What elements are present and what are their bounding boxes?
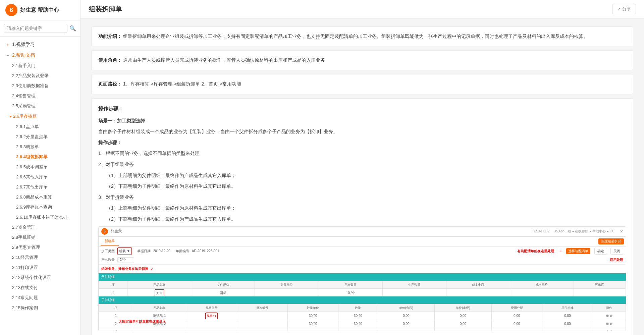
- share-icon: ↗: [617, 7, 621, 12]
- sim-form-row: 加工类型 组装 ▼ 单据日期 2019-12-20 单据编号 AD-201912…: [99, 246, 626, 256]
- col-spec: 父件规格: [191, 281, 255, 288]
- child-table-header-row: 序 产品名称 规格型号 批次编号 计量单位 数量 单价(含税) 单价(未税) 费…: [99, 304, 626, 312]
- ops-steps-title: 操作步骤：: [98, 138, 626, 147]
- sidebar-item-cases[interactable]: 2.15操作案例: [0, 303, 80, 313]
- sidebar-item-partial-stocktake[interactable]: 2.6.2分量盘点单: [0, 132, 80, 142]
- sim-type-label: 加工类型: [101, 248, 115, 254]
- sidebar-item-inventory-error[interactable]: 2.6.10库存账本错了怎么办: [0, 212, 80, 222]
- sidebar-item-other-out[interactable]: 2.6.7其他出库单: [0, 182, 80, 192]
- table-row: 1 关木 国标 10 /个: [99, 288, 626, 295]
- sim-qty-input[interactable]: [117, 257, 134, 263]
- share-label: 分享: [622, 6, 631, 12]
- section-label-1: 1.视频学习: [12, 42, 35, 48]
- col-prod-qty: 生产数量: [382, 281, 446, 288]
- parent-table-header-row: 序 产品名称 父件规格 计量单位 产出数量 生产数量 成本金额 成本单价 可出库: [99, 281, 626, 288]
- search-input[interactable]: [4, 24, 67, 33]
- col-avail: 可出库: [574, 281, 626, 288]
- col-name: 产品名称: [127, 281, 191, 288]
- sidebar-item-online-pay[interactable]: 2.13在线支付: [0, 283, 80, 293]
- cell-cost-price: [510, 288, 574, 295]
- cell-avail: [574, 288, 626, 295]
- sidebar-header: 6 好生意 帮助中心: [0, 0, 80, 20]
- col-unit2: 计量单位: [288, 304, 338, 312]
- label: 2.6库存核算: [13, 113, 37, 119]
- sim-select-assembly-btn[interactable]: 选择装配清单: [566, 248, 590, 254]
- nav-tree: 1.视频学习 − 2.帮助文档 2.1新手入门 2.2产品安装及登录 2.3使用…: [0, 37, 80, 335]
- sidebar-item-coupon[interactable]: 2.9优惠券管理: [0, 242, 80, 253]
- inventory-sub-items: 2.6.1盘点单 2.6.2分量盘点单 2.6.3调拨单 2.6.4组装拆卸单 …: [0, 122, 80, 222]
- sim-icons: ⚙ App下载 ● 在线客服 ● 帮助中心 ● CC: [555, 228, 614, 234]
- label: 2.6.3调拨单: [16, 144, 39, 149]
- share-button[interactable]: ↗ 分享: [612, 4, 636, 14]
- sim-confirm-btn[interactable]: 确定: [594, 248, 607, 255]
- sidebar-item-other-in[interactable]: 2.6.6其他入库单: [0, 172, 80, 182]
- sidebar-item-ops[interactable]: 2.10经营管理: [0, 253, 80, 263]
- sidebar-item-sales[interactable]: 2.4销售管理: [0, 91, 80, 101]
- sidebar-item-transfer[interactable]: 2.6.3调拨单: [0, 142, 80, 152]
- sidebar-item-data-prep[interactable]: 2.3使用前数据准备: [0, 81, 80, 91]
- label: 2.6.10库存账本错了怎么办: [16, 215, 67, 220]
- annotation-assembly-list: 有装配清单的在这里处理: [517, 248, 554, 254]
- role-block: 使用角色： 通常由生产人员或库管人员完成拆装业务的操作，库管人员确认原材料的出库…: [91, 50, 633, 70]
- label: 2.12系统个性化设置: [12, 275, 51, 280]
- cell-unit: [255, 288, 319, 295]
- table-row: 1 测试品 1 规格+1 30/40 30:40 0.00 0.00 0.00: [99, 312, 626, 320]
- func-intro-block: 功能介绍： 组装拆卸单用来处理企业组装或拆卸等加工业务，支持有固定装配清单的产品…: [91, 26, 633, 46]
- sim-date-val: 2019-12-20: [153, 248, 170, 254]
- label: 2.6.4组装拆卸单: [16, 154, 48, 159]
- sim-cancel-btn[interactable]: 关闭: [610, 248, 623, 255]
- ops-title: 操作步骤：: [98, 104, 626, 113]
- sidebar-item-inventory-query[interactable]: 2.6.9库存账本查询: [0, 202, 80, 212]
- sim-number-label: 单据编号: [176, 248, 189, 254]
- sidebar-item-stocktake[interactable]: 2.6.1盘点单: [0, 122, 80, 132]
- arrow-down-2: ↑: [139, 321, 141, 328]
- cell-out-qty: 10 /个: [319, 288, 382, 295]
- sidebar-item-cost-recalc[interactable]: 2.6.8商品成本重算: [0, 192, 80, 202]
- sidebar-item-new-user[interactable]: 2.1新手入门: [0, 61, 80, 71]
- sim-qty-label: 产出数量: [101, 257, 115, 263]
- switch-annotation-row: 组装业务、拆卸业务在这里切换 ↙: [99, 265, 626, 273]
- col-unit: 计量单位: [255, 281, 319, 288]
- cell-spec: 国标: [191, 288, 255, 295]
- label: 2.8手机旺铺: [12, 235, 36, 240]
- path-text: 1、库存核算->库存管理->组装拆卸单 2、首页->常用功能: [123, 81, 241, 87]
- sidebar-item-help-docs[interactable]: − 2.帮助文档: [0, 50, 80, 61]
- sidebar-item-purchase[interactable]: 2.5采购管理: [0, 101, 80, 111]
- search-bar: 🔍: [0, 20, 80, 37]
- label: 2.6.9库存账本查询: [16, 205, 52, 210]
- label: 2.5采购管理: [12, 103, 36, 108]
- sidebar-item-mobile[interactable]: 2.8手机旺铺: [0, 232, 80, 242]
- step1: 1、根据不同的业务，选择不同单据的类型来处理: [98, 149, 626, 158]
- child-section-label: 子件明细: [101, 297, 115, 303]
- sidebar-item-print[interactable]: 2.11打印设置: [0, 263, 80, 273]
- sidebar-item-cost-adjust[interactable]: 2.6.5成本调整单: [0, 162, 80, 172]
- sidebar-item-install-login[interactable]: 2.2产品安装及登录: [0, 71, 80, 81]
- cell-name: 关木: [127, 288, 191, 295]
- col-name2: 产品名称: [133, 304, 186, 312]
- sim-parent-header: 父件明细: [99, 273, 626, 281]
- sidebar-item-faq[interactable]: 2.14常见问题: [0, 293, 80, 303]
- sidebar-item-video-learning[interactable]: 1.视频学习: [0, 39, 80, 50]
- sim-ui: 6 好生意 TEST-H002 ⚙ App下载 ● 在线客服 ● 帮助中心 ● …: [99, 227, 626, 331]
- label: 2.13在线支付: [12, 285, 38, 290]
- col-cost-price: 成本单价: [510, 281, 574, 288]
- label: 2.6.2分量盘点单: [16, 134, 48, 139]
- sim-new-btn[interactable]: 新建组装拆卸: [598, 238, 624, 244]
- sidebar-item-finance[interactable]: 2.7资金管理: [0, 222, 80, 232]
- app-name: 好生意 帮助中心: [20, 7, 59, 14]
- sim-tab-new[interactable]: 新建单: [101, 237, 119, 246]
- label: 2.10经营管理: [12, 255, 38, 260]
- role-label: 使用角色：: [98, 57, 122, 63]
- nav-sub-items-2: 2.1新手入门 2.2产品安装及登录 2.3使用前数据准备 2.4销售管理 2.…: [0, 61, 80, 313]
- sidebar-item-assembly[interactable]: 2.6.4组装拆卸单: [0, 152, 80, 162]
- sidebar-item-inventory[interactable]: ● 2.6库存核算: [0, 111, 80, 122]
- sim-close-icon[interactable]: ✕: [620, 228, 623, 235]
- nav-section-2: − 2.帮助文档 2.1新手入门 2.2产品安装及登录 2.3使用前数据准备 2…: [0, 50, 80, 313]
- cell-cost-amt: [446, 288, 510, 295]
- step3-1: （1）上部明细为父件明细，最终作为原材料生成其它出库单；: [98, 204, 626, 213]
- sim-type-input[interactable]: 组装 ▼: [117, 247, 132, 255]
- sidebar-item-system-config[interactable]: 2.12系统个性化设置: [0, 273, 80, 283]
- search-button[interactable]: 🔍: [69, 25, 76, 32]
- annotation-switch: 组装业务、拆卸业务在这里切换: [101, 266, 148, 272]
- sidebar: 6 好生意 帮助中心 🔍 1.视频学习 − 2.帮助文档 2.1新手入门: [0, 0, 80, 335]
